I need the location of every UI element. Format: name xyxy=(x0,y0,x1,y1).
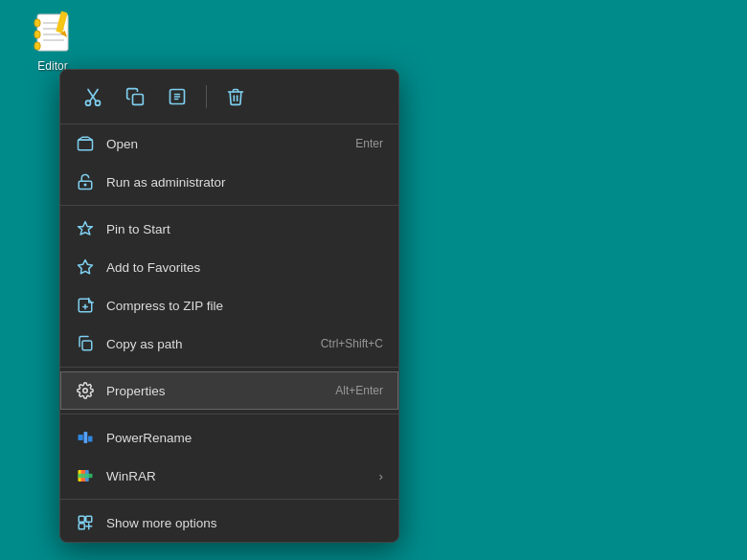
open-label: Open xyxy=(106,137,355,151)
separator-1 xyxy=(60,205,398,206)
svg-rect-34 xyxy=(79,516,84,522)
separator-3 xyxy=(60,414,398,414)
context-menu-icon-bar xyxy=(60,70,398,124)
editor-icon-image xyxy=(30,10,76,56)
open-shortcut: Enter xyxy=(355,137,383,150)
menu-item-power-rename[interactable]: PowerRename xyxy=(60,418,398,457)
run-as-admin-label: Run as administrator xyxy=(106,175,383,190)
svg-rect-2 xyxy=(34,31,40,38)
menu-item-open[interactable]: Open Enter xyxy=(60,124,398,163)
copy-button[interactable] xyxy=(118,79,152,114)
winrar-label: WinRAR xyxy=(106,469,372,483)
admin-icon xyxy=(76,172,95,191)
copy-as-path-label: Copy as path xyxy=(106,337,321,351)
zip-icon xyxy=(76,296,95,315)
desktop-icon-editor[interactable]: Editor xyxy=(19,10,86,73)
properties-shortcut: Alt+Enter xyxy=(335,384,383,397)
copy-as-path-shortcut: Ctrl+Shift+C xyxy=(321,337,383,350)
svg-rect-3 xyxy=(34,42,40,50)
svg-rect-36 xyxy=(79,524,84,529)
icon-bar-divider xyxy=(206,85,207,108)
context-menu: Open Enter Run as administrator Pin to S… xyxy=(59,69,399,543)
menu-item-show-more-options[interactable]: Show more options xyxy=(60,504,398,542)
properties-label: Properties xyxy=(106,384,335,398)
svg-marker-22 xyxy=(79,260,93,274)
menu-item-pin-to-start[interactable]: Pin to Start xyxy=(60,210,398,248)
svg-rect-25 xyxy=(82,341,92,350)
svg-rect-33 xyxy=(79,474,93,479)
winrar-icon xyxy=(76,466,95,485)
copy-path-icon xyxy=(76,334,95,353)
svg-rect-28 xyxy=(84,432,88,443)
cut-button[interactable] xyxy=(76,79,110,114)
svg-rect-29 xyxy=(88,437,93,442)
svg-rect-35 xyxy=(86,516,92,522)
power-rename-icon xyxy=(76,428,95,447)
properties-icon xyxy=(76,381,95,400)
pin-to-start-label: Pin to Start xyxy=(106,222,383,236)
rename-button[interactable] xyxy=(160,79,194,114)
menu-item-winrar[interactable]: WinRAR › xyxy=(60,457,398,495)
add-to-favorites-label: Add to Favorites xyxy=(106,260,383,275)
menu-item-add-to-favorites[interactable]: Add to Favorites xyxy=(60,248,398,286)
separator-2 xyxy=(60,367,398,368)
separator-4 xyxy=(60,499,398,500)
power-rename-label: PowerRename xyxy=(106,431,383,445)
svg-rect-14 xyxy=(133,95,144,105)
pin-icon xyxy=(76,219,95,238)
compress-zip-label: Compress to ZIP file xyxy=(106,299,383,313)
winrar-arrow: › xyxy=(379,469,384,483)
menu-item-compress-zip[interactable]: Compress to ZIP file xyxy=(60,286,398,325)
svg-point-21 xyxy=(84,184,86,186)
svg-rect-27 xyxy=(79,435,83,440)
show-more-options-icon xyxy=(76,513,95,532)
menu-item-run-as-admin[interactable]: Run as administrator xyxy=(60,163,398,201)
delete-button[interactable] xyxy=(218,79,253,114)
menu-item-properties[interactable]: Properties Alt+Enter xyxy=(60,371,398,410)
open-icon xyxy=(76,134,95,153)
menu-item-copy-as-path[interactable]: Copy as path Ctrl+Shift+C xyxy=(60,325,398,363)
svg-point-26 xyxy=(83,389,88,393)
favorites-icon xyxy=(76,258,95,277)
show-more-options-label: Show more options xyxy=(106,516,383,530)
svg-rect-1 xyxy=(34,19,40,27)
svg-rect-19 xyxy=(79,140,93,150)
svg-line-13 xyxy=(93,97,96,101)
